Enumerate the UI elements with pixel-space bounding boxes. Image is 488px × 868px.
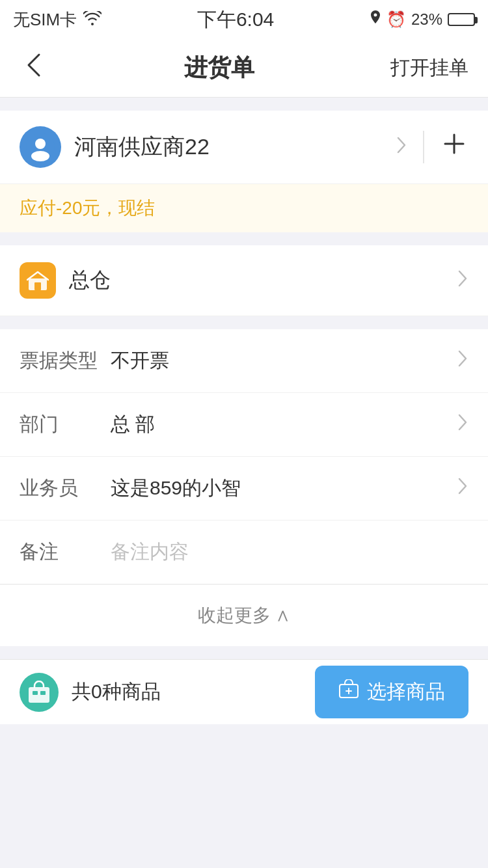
salesperson-label: 业务员 bbox=[20, 475, 111, 502]
salesperson-value: 这是859的小智 bbox=[111, 475, 457, 502]
form-section: 票据类型 不开票 部门 总 部 业务员 这是859的小智 备注 备注内容 bbox=[0, 329, 488, 646]
invoice-label: 票据类型 bbox=[20, 347, 111, 374]
svg-rect-4 bbox=[34, 282, 41, 290]
product-count-label: 共0种商品 bbox=[72, 679, 315, 705]
vertical-divider bbox=[423, 131, 424, 163]
select-product-button[interactable]: 选择商品 bbox=[315, 666, 468, 718]
top-divider bbox=[0, 98, 488, 111]
warehouse-label: 总仓 bbox=[69, 266, 446, 295]
gray-background bbox=[0, 724, 488, 868]
middle-divider1 bbox=[0, 232, 488, 245]
status-time: 下午6:04 bbox=[197, 7, 274, 33]
invoice-chevron-icon bbox=[457, 349, 468, 373]
warehouse-section: 总仓 bbox=[0, 245, 488, 316]
salesperson-chevron-icon bbox=[457, 476, 468, 500]
carrier-label: 无SIM卡 bbox=[13, 8, 77, 31]
warehouse-icon bbox=[20, 262, 56, 299]
svg-rect-5 bbox=[29, 687, 49, 703]
battery-icon bbox=[448, 13, 475, 26]
add-button[interactable] bbox=[440, 129, 468, 165]
svg-rect-6 bbox=[33, 691, 38, 695]
remark-label: 备注 bbox=[20, 539, 111, 565]
svg-point-2 bbox=[31, 151, 49, 161]
invoice-row[interactable]: 票据类型 不开票 bbox=[0, 329, 488, 393]
battery-pct: 23% bbox=[411, 10, 442, 29]
nav-bar: 进货单 打开挂单 bbox=[0, 39, 488, 98]
remark-input[interactable]: 备注内容 bbox=[111, 539, 468, 565]
svg-rect-7 bbox=[40, 691, 46, 695]
page-title: 进货单 bbox=[184, 52, 254, 84]
collapse-button[interactable]: 收起更多 ∧ bbox=[0, 584, 488, 646]
open-pending-button[interactable]: 打开挂单 bbox=[390, 55, 468, 81]
select-product-label: 选择商品 bbox=[367, 679, 445, 705]
department-row[interactable]: 部门 总 部 bbox=[0, 393, 488, 457]
department-value: 总 部 bbox=[111, 411, 457, 438]
svg-point-1 bbox=[35, 139, 46, 149]
middle-divider2 bbox=[0, 316, 488, 329]
warehouse-chevron-icon bbox=[457, 269, 468, 293]
back-button[interactable] bbox=[20, 46, 48, 90]
cart-icon bbox=[338, 679, 359, 705]
invoice-value: 不开票 bbox=[111, 347, 457, 374]
status-right: ⏰ 23% bbox=[370, 10, 475, 29]
warehouse-row[interactable]: 总仓 bbox=[0, 245, 488, 316]
supplier-avatar bbox=[20, 126, 61, 168]
remark-row[interactable]: 备注 备注内容 bbox=[0, 521, 488, 584]
notice-text: 应付-20元，现结 bbox=[20, 198, 155, 218]
location-icon bbox=[370, 10, 381, 29]
department-label: 部门 bbox=[20, 411, 111, 438]
supplier-section: 河南供应商22 应付-20元，现结 bbox=[0, 111, 488, 232]
status-left: 无SIM卡 bbox=[13, 8, 102, 31]
supplier-row[interactable]: 河南供应商22 bbox=[0, 111, 488, 184]
bottom-bar: 共0种商品 选择商品 bbox=[0, 659, 488, 724]
status-bar: 无SIM卡 下午6:04 ⏰ 23% bbox=[0, 0, 488, 39]
collapse-label: 收起更多 ∧ bbox=[198, 605, 291, 625]
salesperson-row[interactable]: 业务员 这是859的小智 bbox=[0, 457, 488, 521]
wifi-icon bbox=[83, 10, 102, 30]
notice-banner: 应付-20元，现结 bbox=[0, 184, 488, 232]
bottom-divider bbox=[0, 646, 488, 659]
product-icon bbox=[20, 673, 59, 712]
supplier-name: 河南供应商22 bbox=[74, 132, 385, 162]
department-chevron-icon bbox=[457, 413, 468, 437]
supplier-chevron-icon bbox=[396, 135, 407, 159]
alarm-icon: ⏰ bbox=[386, 10, 406, 29]
